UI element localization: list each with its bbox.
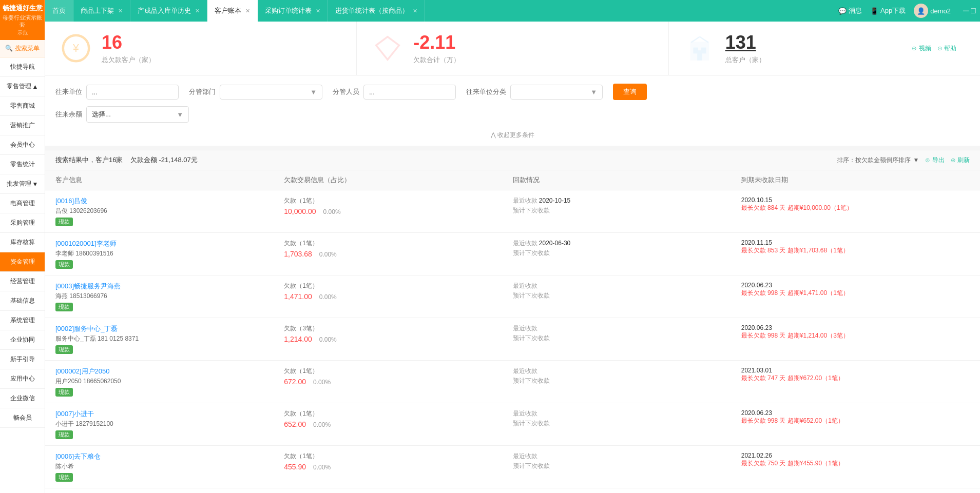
overdue-link[interactable]: 超期¥672.00（1笔） — [787, 374, 844, 382]
overdue-link[interactable]: 超期¥1,214.00（3笔） — [787, 332, 849, 339]
tab-customer-account[interactable]: 客户账本 ✕ — [207, 0, 258, 22]
minimize-icon[interactable]: ─ — [963, 6, 969, 15]
collapse-label: 收起更多条件 — [497, 131, 534, 139]
collapse-btn[interactable]: ⋀ 收起更多条件 — [55, 129, 970, 142]
tab-bar: 首页 商品上下架 ✕ 产成品入库单历史 ✕ 客户账本 ✕ 采购订单统计表 ✕ 进… — [45, 0, 830, 22]
sidebar-item-quick-nav[interactable]: 快捷导航 — [0, 57, 45, 77]
stat-body-amount: -2.11 欠款合计（万） — [413, 32, 652, 65]
sidebar-item-marketing[interactable]: 营销推广 — [0, 116, 45, 135]
debt-cell-c0016: 欠款（1笔） 10,000.00 0.00% — [284, 196, 512, 215]
collect-cell-c0006: 最近收款 预计下次收款 — [513, 452, 741, 470]
results-text: 搜索结果中，客户16家 欠款金额 -21,148.07元 — [55, 155, 198, 165]
sidebar-item-basic-info[interactable]: 基础信息 — [0, 291, 45, 311]
sidebar-item-retail-mall[interactable]: 零售商城 — [0, 96, 45, 116]
video-link[interactable]: ⊙ 视频 — [912, 44, 931, 53]
user-avatar-btn[interactable]: 👤 demo2 — [914, 4, 951, 18]
customer-name-link[interactable]: [0003]畅捷服务尹海燕 — [55, 282, 284, 291]
tab-product-history[interactable]: 产成品入库单历史 ✕ — [130, 0, 207, 22]
customer-name-link[interactable]: [000002]用户2050 — [55, 367, 284, 376]
sidebar-item-ecommerce[interactable]: 电商管理 — [0, 194, 45, 213]
tab-import-stats-close[interactable]: ✕ — [413, 8, 417, 14]
refresh-btn[interactable]: ⊙ 刷新 — [951, 156, 970, 165]
next-collect-label: 预计下次收款 — [513, 249, 741, 258]
customer-name-link[interactable]: [0016]吕俊 — [55, 196, 284, 206]
customer-tag: 现款 — [55, 303, 73, 311]
last-collect-date: 2020-10-15 — [539, 197, 570, 204]
export-btn[interactable]: ⊙ 导出 — [925, 156, 944, 165]
debt-pct: 0.00% — [313, 421, 331, 428]
sidebar-item-operations[interactable]: 经营管理 — [0, 272, 45, 291]
overdue-link[interactable]: 超期¥1,703.68（1笔） — [787, 247, 849, 254]
last-collect-label: 最近收款 2020-06-30 — [513, 239, 741, 248]
source-unit-dots: ... — [92, 88, 98, 96]
overdue-link[interactable]: 超期¥455.90（1笔） — [787, 460, 844, 467]
app-download-btn[interactable]: 📱 App下载 — [870, 6, 906, 15]
sidebar-item-purchase[interactable]: 采购管理 — [0, 213, 45, 233]
filter-row-2: 往来余额 选择... ▼ — [55, 106, 970, 123]
stat-body-overdue: 16 总欠款客户（家） — [102, 32, 341, 65]
customer-name-link[interactable]: [0002]服务中心_丁磊 — [55, 324, 284, 333]
sidebar-item-enterprise-wx[interactable]: 企业微信 — [0, 389, 45, 408]
tab-customer-account-label: 客户账本 — [215, 6, 241, 15]
topbar: 首页 商品上下架 ✕ 产成品入库单历史 ✕ 客户账本 ✕ 采购订单统计表 ✕ 进… — [45, 0, 980, 22]
source-unit-input[interactable]: ... — [86, 85, 179, 100]
tab-purchase-stats-close[interactable]: ✕ — [316, 8, 320, 14]
maximize-icon[interactable]: □ — [971, 6, 976, 15]
sidebar-item-enterprise-coop[interactable]: 企业协同 — [0, 330, 45, 350]
overdue-link[interactable]: 超期¥652.00（1笔） — [787, 417, 844, 424]
tab-customer-account-close[interactable]: ✕ — [245, 8, 250, 14]
next-collect-label: 预计下次收款 — [513, 206, 741, 215]
help-link[interactable]: ⊙ 帮助 — [937, 44, 956, 53]
sidebar-item-member[interactable]: 会员中心 — [0, 135, 45, 155]
tab-purchase-stats[interactable]: 采购订单统计表 ✕ — [258, 0, 328, 22]
sidebar-item-stock-check[interactable]: 库存核算 — [0, 233, 45, 252]
person-input[interactable]: ... — [363, 85, 456, 100]
debt-amount: 1,703.68 — [284, 250, 312, 258]
customer-tag: 现款 — [55, 473, 73, 482]
tab-product-offline[interactable]: 商品上下架 ✕ — [73, 0, 130, 22]
overdue-link[interactable]: 超期¥1,471.00（1笔） — [787, 289, 849, 297]
debt-amount: 10,000.00 — [284, 207, 316, 215]
person-label: 分管人员 — [333, 87, 359, 96]
debt-cell-c0003: 欠款（1笔） 1,471.00 0.00% — [284, 282, 512, 301]
sidebar-item-finance[interactable]: 资金管理 — [0, 252, 45, 272]
overdue-days: 最长欠款 747 天 超期¥672.00（1笔） — [741, 374, 970, 383]
table-row: [0007]小进干 小进干 18279152100 现款 欠款（1笔） 652.… — [45, 403, 980, 446]
filter-source-unit: 往来单位 ... — [55, 85, 179, 100]
customer-name-link[interactable]: [0001020001]李老师 — [55, 239, 284, 248]
sidebar-item-retail-mgmt[interactable]: 零售管理 ▲ — [0, 77, 45, 96]
sidebar-item-app-center[interactable]: 应用中心 — [0, 369, 45, 389]
sidebar-item-vip-member[interactable]: 畅会员 — [0, 408, 45, 428]
overdue-cell-c0001020001: 2020.11.15 最长欠款 853 天 超期¥1,703.68（1笔） — [741, 239, 970, 255]
sidebar-item-newbie[interactable]: 新手引导 — [0, 350, 45, 369]
customer-name-link[interactable]: [0006]去下粮仓 — [55, 452, 284, 461]
sidebar-item-batch-mgmt[interactable]: 批发管理 ▼ — [0, 174, 45, 194]
tab-product-offline-close[interactable]: ✕ — [118, 8, 123, 14]
tab-product-history-close[interactable]: ✕ — [195, 8, 200, 14]
filter-person: 分管人员 ... — [333, 85, 456, 100]
debt-title: 欠款（1笔） — [284, 409, 512, 418]
customer-sub-info: 海燕 18513066976 — [55, 292, 284, 301]
sidebar-item-retail-stats[interactable]: 零售统计 — [0, 155, 45, 174]
unit-class-select[interactable]: ▼ — [510, 85, 603, 100]
search-menu-btn[interactable]: 🔍 搜索菜单 — [0, 40, 45, 57]
customer-name-link[interactable]: [0007]小进干 — [55, 409, 284, 419]
sidebar-item-system[interactable]: 系统管理 — [0, 311, 45, 330]
tab-import-stats[interactable]: 进货单统计表（按商品） ✕ — [328, 0, 425, 22]
overdue-date: 2021.02.26 — [741, 452, 970, 459]
message-btn[interactable]: 💬 消息 — [838, 6, 862, 15]
filter-area: 往来单位 ... 分管部门 ▼ 分管人员 ... — [45, 75, 980, 146]
balance-select[interactable]: 选择... ▼ — [86, 106, 189, 123]
svg-line-7 — [691, 37, 700, 43]
overdue-date: 2020.06.23 — [741, 409, 970, 417]
overdue-days: 最长欠款 750 天 超期¥455.90（1笔） — [741, 459, 970, 468]
last-collect-label: 最近收款 — [513, 452, 741, 461]
collect-cell-c0007: 最近收款 预计下次收款 — [513, 409, 741, 428]
tab-home[interactable]: 首页 — [45, 0, 73, 22]
debt-cell-c0007: 欠款（1笔） 652.00 0.00% — [284, 409, 512, 428]
dept-select[interactable]: ▼ — [220, 85, 322, 100]
query-button[interactable]: 查询 — [613, 84, 647, 100]
overdue-days: 最长欠款 884 天 超期¥10,000.00（1笔） — [741, 204, 970, 212]
overdue-link[interactable]: 超期¥10,000.00（1笔） — [787, 204, 853, 211]
stat-card-right-links: ⊙ 视频 ⊙ 帮助 — [904, 38, 965, 59]
